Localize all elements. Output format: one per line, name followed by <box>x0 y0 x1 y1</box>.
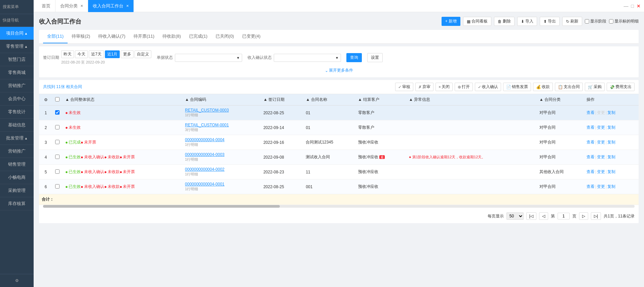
th-contract-category[interactable]: ▲ 合同分类 <box>537 94 584 106</box>
tab-close-icon[interactable]: ✕ <box>80 0 83 12</box>
th-overall-status[interactable]: ▲ 合同整体状态 <box>63 94 182 106</box>
filter-tab-pending-income-confirm[interactable]: 待收入确认(7) <box>94 30 129 43</box>
row-checkbox[interactable] <box>55 155 60 159</box>
sidebar-item-member[interactable]: 会员中心 <box>0 92 34 106</box>
action-payment[interactable]: 💰收款 <box>533 83 553 91</box>
sidebar-item-basic-info[interactable]: 基础信息 <box>0 119 34 132</box>
contract-code-link[interactable]: RETAIL_CUSTOM-0001 <box>185 123 229 127</box>
filter-tab-pending-payment[interactable]: 待收款(8) <box>158 30 185 43</box>
action-expense-contract[interactable]: 📋支出合同 <box>555 83 583 91</box>
action-purchase[interactable]: 🛒采购 <box>585 83 605 91</box>
sidebar-item-retail[interactable]: 零售管理▲ <box>0 40 34 53</box>
op-复制[interactable]: 复制 <box>607 169 615 174</box>
th-contract-code[interactable]: ▲ 合同编码 <box>182 94 261 106</box>
contract-panel-button[interactable]: ▦ 合同看板 <box>463 17 491 26</box>
tab-home[interactable]: 首页 <box>37 0 55 12</box>
delete-button[interactable]: 🗑 删除 <box>494 17 515 26</box>
filter-tab-pending-invoice[interactable]: 待开票(11) <box>129 30 158 43</box>
op-查看[interactable]: 查看 <box>586 169 595 174</box>
row-checkbox[interactable] <box>55 184 60 189</box>
contract-code-link[interactable]: 0000000000004-0003 <box>185 152 224 157</box>
select-all-checkbox[interactable] <box>55 97 60 101</box>
import-button[interactable]: ⬇ 导入 <box>517 17 537 26</box>
action-expense-out[interactable]: 💸费用支出 <box>607 83 635 91</box>
action-open[interactable]: ⊕打开 <box>455 83 473 91</box>
action-abandon[interactable]: ✗弃审 <box>415 83 433 91</box>
table-scroll-area[interactable]: ⚙ ▲ 合同整体状态 ▲ 合同编码 <box>39 94 639 205</box>
show-fields-checkbox[interactable]: 显示阶段 <box>585 18 606 24</box>
op-变更[interactable]: 变更 <box>597 184 605 189</box>
maximize-btn[interactable]: □ <box>631 3 634 9</box>
sidebar-item-marketing2[interactable]: 营销推广 <box>0 145 34 158</box>
sidebar-settings[interactable]: ⚙ <box>0 274 34 287</box>
row-checkbox[interactable] <box>55 125 60 129</box>
settings-button[interactable]: 设置 <box>367 53 383 62</box>
action-review[interactable]: ✓审核 <box>395 83 413 91</box>
op-变更[interactable]: 变更 <box>597 169 605 174</box>
sidebar-search[interactable]: 搜索菜单 <box>0 0 34 14</box>
sidebar-item-retail-mall[interactable]: 零售商城 <box>0 66 34 79</box>
per-page-select[interactable]: 50 100 <box>506 212 524 220</box>
th-abnormal-info[interactable]: ▲ 异常信息 <box>406 94 537 106</box>
new-button[interactable]: + 新增 <box>442 17 460 26</box>
horizontal-scrollbar[interactable] <box>43 205 635 208</box>
filter-tab-closed[interactable]: 已关闭(0) <box>212 30 238 43</box>
sidebar-item-marketing[interactable]: 营销推广 <box>0 79 34 92</box>
sidebar-quick-nav[interactable]: 快捷导航 <box>0 14 34 27</box>
next-page-btn[interactable]: ▷ <box>579 212 588 220</box>
date-shortcut-last1month[interactable]: 近1月 <box>105 50 120 58</box>
minimize-btn[interactable]: — <box>624 3 629 9</box>
tab-close-icon[interactable]: ✕ <box>126 0 129 12</box>
contract-code-link[interactable]: RETAIL_CUSTOM-0003 <box>185 108 229 113</box>
contract-code-link[interactable]: 0000000000004-0001 <box>185 182 224 187</box>
first-page-btn[interactable]: |◁ <box>526 212 536 220</box>
tab-income-workbench[interactable]: 收入合同工作台✕ <box>88 0 134 12</box>
query-button[interactable]: 查询 <box>346 53 362 62</box>
op-变更[interactable]: 变更 <box>597 155 605 159</box>
date-shortcut-today[interactable]: 今天 <box>75 50 88 58</box>
doc-status-select[interactable]: ▾ <box>175 54 242 62</box>
op-复制[interactable]: 复制 <box>607 140 615 145</box>
income-confirm-select[interactable]: ▾ <box>274 54 341 62</box>
show-detail-input[interactable] <box>609 19 613 24</box>
op-查看[interactable]: 查看 <box>586 184 595 189</box>
filter-tab-pending-review[interactable]: 待审核(2) <box>68 30 94 43</box>
row-checkbox[interactable] <box>55 110 60 115</box>
op-复制[interactable]: 复制 <box>607 155 615 159</box>
sidebar-item-project[interactable]: 项目合同▲ <box>0 27 34 40</box>
date-shortcut-more[interactable]: 更多 <box>121 50 134 58</box>
scrollbar-thumb[interactable] <box>43 205 280 208</box>
op-查看[interactable]: 查看 <box>586 155 595 159</box>
sidebar-item-purchase[interactable]: 采购管理 <box>0 184 34 197</box>
expand-conditions-button[interactable]: ⌄ 展开更多条件 <box>325 68 353 73</box>
export-button[interactable]: ⬆ 导出 <box>540 17 560 26</box>
prev-page-btn[interactable]: ◁ <box>539 212 548 220</box>
contract-code-link[interactable]: 0000000000004-0002 <box>185 167 224 172</box>
row-checkbox[interactable] <box>55 140 60 144</box>
sidebar-item-sales[interactable]: 销售管理 <box>0 158 34 171</box>
sidebar-item-inventory[interactable]: 库存核算 <box>0 197 34 210</box>
th-contract-name[interactable]: ▲ 合同名称 <box>303 94 355 106</box>
filter-tab-completed[interactable]: 已完成(1) <box>185 30 212 43</box>
action-income-confirm[interactable]: ✓收入确认 <box>475 83 501 91</box>
op-复制[interactable]: 复制 <box>607 125 615 130</box>
show-detail-checkbox[interactable]: 显示标的明细 <box>609 18 639 24</box>
op-查看[interactable]: 查看 <box>586 125 595 130</box>
date-shortcut-last7[interactable]: 近7天 <box>89 50 104 58</box>
op-复制[interactable]: 复制 <box>607 184 615 189</box>
th-settlement-customer[interactable]: ▲ 结算客户 <box>355 94 406 106</box>
op-查看[interactable]: 查看 <box>586 140 595 145</box>
settings-col-icon[interactable]: ⚙ <box>44 97 48 102</box>
sidebar-item-retail-stats[interactable]: 零售统计 <box>0 106 34 119</box>
op-复制[interactable]: 复制 <box>607 110 615 115</box>
date-shortcut-custom[interactable]: 自定义 <box>135 50 151 58</box>
action-close[interactable]: ×关闭 <box>435 83 453 91</box>
sidebar-item-wholesale[interactable]: 批发管理▲ <box>0 132 34 145</box>
date-shortcut-yesterday[interactable]: 昨天 <box>61 50 74 58</box>
th-sign-date[interactable]: ▲ 签订日期 <box>261 94 303 106</box>
row-checkbox[interactable] <box>55 169 60 174</box>
sidebar-item-smart-store[interactable]: 智慧门店 <box>0 53 34 66</box>
op-变更[interactable]: 变更 <box>597 140 605 145</box>
op-变更[interactable]: 变更 <box>597 125 605 130</box>
tab-contract-category[interactable]: 合同分类✕ <box>55 0 88 12</box>
